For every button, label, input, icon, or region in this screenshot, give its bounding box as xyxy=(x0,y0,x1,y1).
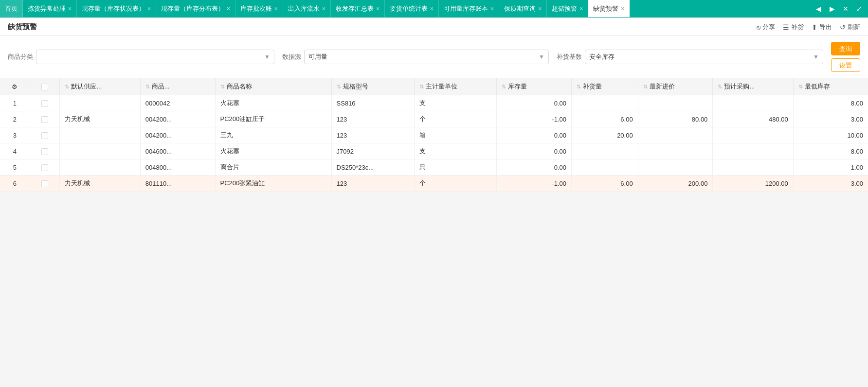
nav-tab-close[interactable]: × xyxy=(68,5,72,12)
th-unit[interactable]: ⇅ 主计量单位 xyxy=(415,78,497,95)
nav-tab-close[interactable]: × xyxy=(538,5,542,12)
nav-tab-close[interactable]: × xyxy=(376,5,380,12)
nav-prev-btn[interactable]: ◀ xyxy=(812,2,825,16)
row-checkbox[interactable] xyxy=(41,148,48,155)
nav-tab-close[interactable]: × xyxy=(322,5,326,12)
cell-seq: 2 xyxy=(0,111,30,127)
gear-icon: ⚙ xyxy=(12,83,18,90)
table-row: 4 004600... 火花塞 J7092 支 0.00 8.00 xyxy=(0,143,868,159)
category-label: 商品分类 xyxy=(8,53,33,61)
cell-est-purchase xyxy=(713,143,793,159)
cell-min-stock: 3.00 xyxy=(793,111,868,127)
th-est-purchase[interactable]: ⇅ 预计采购... xyxy=(713,78,793,95)
cell-name: PC200油缸庄子 xyxy=(215,111,331,127)
nav-tab-exception[interactable]: 拣货异常处理 × xyxy=(23,0,77,18)
replenish-base-select[interactable]: 安全库存 ▼ xyxy=(585,50,823,64)
sort-icon: ⇅ xyxy=(502,84,506,90)
refresh-button[interactable]: ↺ 刷新 xyxy=(840,23,860,32)
nav-tab-close[interactable]: × xyxy=(621,5,624,12)
th-supplier[interactable]: ⇅ 默认供应... xyxy=(60,78,140,95)
nav-tab-stock-status[interactable]: 现存量（库存状况表） × xyxy=(77,0,156,18)
cell-checkbox[interactable] xyxy=(30,95,59,111)
data-table: ⚙ ⇅ 默认供应... ⇅ 商品... xyxy=(0,78,868,192)
sort-icon: ⇅ xyxy=(220,84,225,90)
export-icon: ⬆ xyxy=(812,23,817,31)
th-name[interactable]: ⇅ 商品名称 xyxy=(215,78,331,95)
cell-checkbox[interactable] xyxy=(30,143,59,159)
th-min-stock[interactable]: ⇅ 最低库存 xyxy=(793,78,868,95)
share-button[interactable]: ⎋ 分享 xyxy=(757,23,775,32)
row-checkbox[interactable] xyxy=(41,132,48,139)
cell-unit: 只 xyxy=(415,159,497,176)
cell-stock: 0.00 xyxy=(497,95,572,111)
datasource-value: 可用量 xyxy=(308,53,327,61)
nav-tab-close[interactable]: × xyxy=(490,5,494,12)
cell-checkbox[interactable] xyxy=(30,111,59,127)
nav-expand-btn[interactable]: ⤢ xyxy=(852,2,866,16)
table-checkbox-col[interactable] xyxy=(30,78,59,95)
nav-tab-overstock[interactable]: 超储预警 × xyxy=(547,0,588,18)
cell-sku: 004800... xyxy=(140,159,215,176)
nav-tab-inout[interactable]: 出入库流水 × xyxy=(283,0,331,18)
cell-unit: 个 xyxy=(415,176,497,192)
datasource-select[interactable]: 可用量 ▼ xyxy=(304,50,549,64)
cell-stock: 0.00 xyxy=(497,159,572,176)
nav-tab-close[interactable]: × xyxy=(430,5,434,12)
nav-tab-shortage[interactable]: 缺货预警 × xyxy=(588,0,630,18)
nav-tab-close[interactable]: × xyxy=(147,5,151,12)
row-checkbox[interactable] xyxy=(41,100,48,107)
cell-min-stock: 8.00 xyxy=(793,95,868,111)
category-select[interactable]: ▼ xyxy=(36,50,274,64)
cell-sku: 801110... xyxy=(140,176,215,192)
nav-tab-close[interactable]: × xyxy=(274,5,278,12)
header-actions: ⎋ 分享 ☰ 补货 ⬆ 导出 ↺ 刷新 xyxy=(757,23,860,32)
cell-unit: 箱 xyxy=(415,127,497,143)
row-checkbox[interactable] xyxy=(41,180,48,187)
top-nav: 首页 拣货异常处理 × 现存量（库存状况表） × 现存量（库存分布表） × 库存… xyxy=(0,0,868,18)
sort-icon: ⇅ xyxy=(798,84,803,90)
th-replenish[interactable]: ⇅ 补货量 xyxy=(572,78,638,95)
replenish-button[interactable]: ☰ 补货 xyxy=(783,23,804,32)
cell-spec: SS816 xyxy=(331,95,415,111)
nav-tab-available-ledger[interactable]: 可用量库存账本 × xyxy=(439,0,499,18)
th-spec[interactable]: ⇅ 规格型号 xyxy=(331,78,415,95)
nav-tab-stock-dist[interactable]: 现存量（库存分布表） × xyxy=(156,0,235,18)
table-row: 6 力天机械 801110... PC200张紧油缸 123 个 -1.00 6… xyxy=(0,176,868,192)
cell-latest-price: 80.00 xyxy=(638,111,713,127)
nav-next-btn[interactable]: ▶ xyxy=(825,2,839,16)
chevron-down-icon: ▼ xyxy=(264,53,270,60)
cell-replenish: 6.00 xyxy=(572,176,638,192)
cell-checkbox[interactable] xyxy=(30,159,59,176)
cell-checkbox[interactable] xyxy=(30,127,59,143)
cell-checkbox[interactable] xyxy=(30,176,59,192)
filter-bar: 商品分类 ▼ 数据源 可用量 ▼ 补货基数 安全库存 ▼ 查询 设置 xyxy=(0,36,868,78)
table-settings-col[interactable]: ⚙ xyxy=(0,78,30,95)
nav-tab-expiry[interactable]: 保质期查询 × xyxy=(499,0,547,18)
page-header: 缺货预警 ⎋ 分享 ☰ 补货 ⬆ 导出 ↺ 刷新 xyxy=(0,18,868,36)
table-body: 1 0000042 火花塞 SS816 支 0.00 8.00 2 力天机械 0… xyxy=(0,95,868,192)
nav-tab-home[interactable]: 首页 xyxy=(0,0,23,18)
nav-tab-receipt[interactable]: 收发存汇总表 × xyxy=(331,0,385,18)
query-button[interactable]: 查询 xyxy=(831,42,860,55)
chevron-down-icon: ▼ xyxy=(813,53,819,60)
row-checkbox[interactable] xyxy=(41,164,48,171)
cell-supplier xyxy=(60,95,140,111)
cell-stock: 0.00 xyxy=(497,143,572,159)
nav-tab-close[interactable]: × xyxy=(227,5,230,12)
nav-tab-batch[interactable]: 库存批次账 × xyxy=(235,0,283,18)
th-sku[interactable]: ⇅ 商品... xyxy=(140,78,215,95)
page-title: 缺货预警 xyxy=(8,22,757,32)
th-latest-price[interactable]: ⇅ 最新进价 xyxy=(638,78,713,95)
nav-tab-close[interactable]: × xyxy=(579,5,583,12)
nav-tab-order-stats[interactable]: 要货单统计表 × xyxy=(385,0,439,18)
select-all-checkbox[interactable] xyxy=(41,84,48,90)
row-checkbox[interactable] xyxy=(41,116,48,123)
cell-replenish xyxy=(572,159,638,176)
export-button[interactable]: ⬆ 导出 xyxy=(812,23,832,32)
th-stock[interactable]: ⇅ 库存量 xyxy=(497,78,572,95)
nav-close-all-btn[interactable]: ✕ xyxy=(839,2,852,16)
replenish-base-label: 补货基数 xyxy=(557,53,582,61)
sort-icon: ⇅ xyxy=(577,84,581,90)
settings-button[interactable]: 设置 xyxy=(831,58,860,72)
table-row: 5 004800... 离合片 DS250*23c... 只 0.00 1.00 xyxy=(0,159,868,176)
